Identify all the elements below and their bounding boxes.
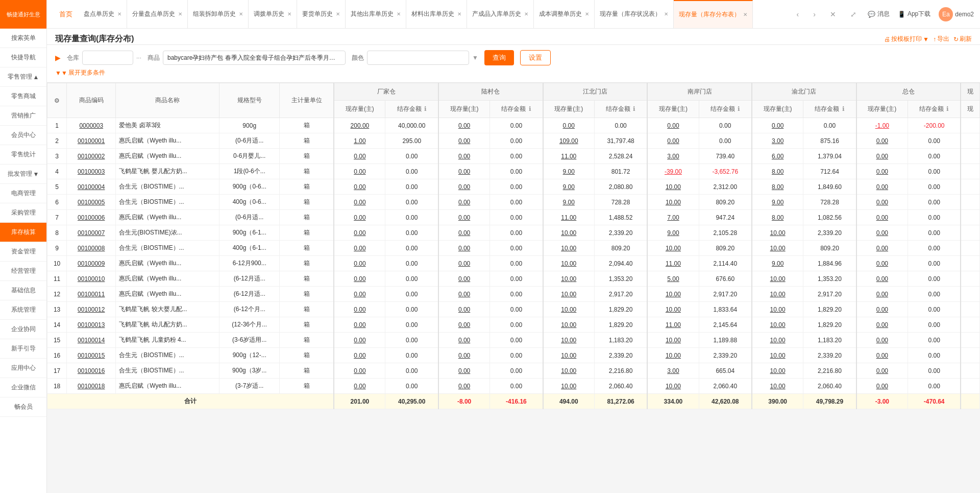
tab-close-icon[interactable]: ✕: [743, 12, 747, 17]
tab-close-icon[interactable]: ✕: [117, 11, 121, 17]
sidebar-item-guide[interactable]: 新手引导: [0, 339, 46, 359]
home-tab[interactable]: 首页: [53, 10, 79, 19]
sidebar-item-ecommerce[interactable]: 电商管理: [0, 184, 46, 203]
app-download-btn[interactable]: 📱 App下载: [898, 10, 930, 18]
sidebar-item-enterprise[interactable]: 企业协同: [0, 320, 46, 339]
sidebar-item-appcenter[interactable]: 应用中心: [0, 359, 46, 378]
sidebar-item-member2[interactable]: 畅会员: [0, 397, 46, 417]
info-icon[interactable]: ℹ: [424, 105, 427, 112]
tab-cost-adjust-history[interactable]: 成本调整单历史 ✕: [534, 0, 595, 29]
jiangbei-qty: 10.00: [543, 287, 595, 302]
nanan-qty: 5.00: [647, 271, 699, 287]
tab-assemble-history[interactable]: 组装拆卸单历史 ✕: [188, 0, 249, 29]
warehouse-input[interactable]: [82, 51, 133, 65]
tab-close-icon[interactable]: ✕: [664, 11, 668, 17]
summary-changjia-qty: 201.00: [334, 394, 385, 409]
row-index: 10: [47, 256, 67, 271]
tab-expand-btn[interactable]: ⤢: [847, 10, 860, 18]
tab-order-history[interactable]: 要货单历史 ✕: [297, 0, 346, 29]
print-btn[interactable]: 🖨 按模板打印 ▼: [884, 35, 929, 43]
sidebar-item-purchase[interactable]: 采购管理: [0, 203, 46, 223]
summary-yubei-amt: 49,798.29: [803, 394, 856, 409]
row-name: 惠氏启赋（Wyeth illu...: [116, 133, 219, 149]
jiangbei-qty: 10.00: [543, 256, 595, 271]
info-icon[interactable]: ℹ: [842, 105, 845, 112]
lucun-qty: 0.00: [438, 149, 490, 164]
sidebar-item-basic-info[interactable]: 基础信息: [0, 281, 46, 300]
tab-close-all-btn[interactable]: ✕: [827, 10, 839, 18]
jiangbei-amt: 801.72: [594, 164, 647, 179]
extra-col: [961, 379, 979, 394]
yubei-amt: 809.20: [803, 241, 856, 256]
tab-fraction-history[interactable]: 分量盘点单历史 ✕: [127, 0, 188, 29]
table-row: 15 00100014 飞鹤星飞帆 儿童奶粉 4... (3-6岁适用... 箱…: [47, 333, 980, 348]
row-unit: 箱: [280, 271, 334, 287]
tab-prev-btn[interactable]: ‹: [794, 10, 802, 18]
product-label: 商品: [148, 54, 160, 62]
sidebar-item-quicknav[interactable]: 快捷导航: [0, 48, 46, 67]
sidebar-item-search[interactable]: 搜索英单: [0, 29, 46, 48]
tab-other-out-history[interactable]: 其他出库单历史 ✕: [346, 0, 406, 29]
info-icon[interactable]: ℹ: [738, 105, 740, 112]
nanan-qty: 10.00: [647, 241, 699, 256]
expand-conditions-btn[interactable]: ▼▼ 展开更多条件: [55, 68, 972, 77]
row-code: 00100001: [67, 133, 116, 149]
sidebar-item-marketing[interactable]: 营销推广: [0, 106, 46, 126]
sidebar-item-retail-mgmt[interactable]: 零售管理 ▲: [0, 67, 46, 87]
col-extra-header: 现: [961, 83, 979, 101]
settings-icon[interactable]: ⚙: [54, 97, 60, 104]
tab-material-out-history[interactable]: 材料出库单历史 ✕: [406, 0, 467, 29]
tab-close-icon[interactable]: ✕: [239, 11, 243, 17]
tab-close-icon[interactable]: ✕: [178, 11, 182, 17]
row-index: 11: [47, 271, 67, 287]
export-btn[interactable]: ↑ 导出: [933, 35, 949, 43]
changjia-qty: 200.00: [334, 118, 385, 133]
warehouse-dots-btn[interactable]: ···: [136, 54, 141, 61]
user-menu[interactable]: Ea demo2: [939, 7, 974, 21]
sidebar-item-finance[interactable]: 资金管理: [0, 242, 46, 262]
tab-stock-status[interactable]: 现存量（库存状况表） ✕: [595, 0, 674, 29]
sidebar-item-member[interactable]: 会员中心: [0, 126, 46, 145]
tab-close-icon[interactable]: ✕: [524, 11, 528, 17]
tab-close-icon[interactable]: ✕: [585, 11, 589, 17]
col-gear[interactable]: ⚙: [47, 83, 67, 118]
row-name: 合生元（BIOSTIME）...: [116, 195, 219, 210]
tab-stock-distribution[interactable]: 现存量（库存分布表） ✕: [674, 0, 753, 29]
extra-col: [961, 256, 979, 271]
tab-close-icon[interactable]: ✕: [336, 11, 340, 17]
color-input[interactable]: [367, 51, 469, 65]
tab-inventory-history[interactable]: 盘点单历史 ✕: [79, 0, 127, 29]
tab-product-in-history[interactable]: 产成品入库单历史 ✕: [467, 0, 534, 29]
lucun-amt: 0.00: [490, 317, 543, 333]
info-icon[interactable]: ℹ: [529, 105, 531, 112]
sidebar-item-system[interactable]: 系统管理: [0, 300, 46, 320]
table-area[interactable]: ⚙ 商品编码 商品名称 规格型号 主计量单位 厂家仓 陆村仓 江北门店 南岸门店…: [47, 83, 980, 493]
sidebar-item-wxwork[interactable]: 企业微信: [0, 378, 46, 397]
sidebar-item-wholesale[interactable]: 批发管理 ▼: [0, 165, 46, 184]
filter-expand-arrow[interactable]: ▶: [55, 54, 61, 62]
info-icon[interactable]: ℹ: [633, 105, 635, 112]
nanan-amt: 0.00: [699, 133, 752, 149]
message-btn[interactable]: 💬 消息: [868, 10, 890, 18]
row-name: 飞鹤星飞帆 婴儿配方奶...: [116, 164, 219, 179]
tab-close-icon[interactable]: ✕: [287, 11, 291, 17]
row-index: 8: [47, 225, 67, 241]
tab-close-icon[interactable]: ✕: [457, 11, 461, 17]
logo[interactable]: 畅捷通好生意: [0, 0, 46, 29]
zong-amt: 0.00: [908, 379, 961, 394]
info-icon[interactable]: ℹ: [946, 105, 949, 112]
refresh-btn[interactable]: ↻ 刷新: [953, 35, 972, 43]
warehouse-zong-header: 总仓: [856, 83, 961, 101]
product-value[interactable]: babycare孕妇待产包 春季入院全套母子组合孕妇产后冬季月子用品 22件套 …: [163, 51, 346, 65]
sidebar-item-operations[interactable]: 经营管理: [0, 262, 46, 281]
query-btn[interactable]: 查询: [484, 50, 514, 65]
set-btn[interactable]: 设置: [520, 50, 551, 65]
col-code-header: 商品编码: [67, 83, 116, 118]
tab-close-icon[interactable]: ✕: [397, 11, 401, 17]
sidebar-item-retail-mall[interactable]: 零售商城: [0, 87, 46, 106]
tab-transfer-history[interactable]: 调拨单历史 ✕: [249, 0, 297, 29]
tab-next-btn[interactable]: ›: [810, 10, 819, 18]
sidebar-item-inventory[interactable]: 库存核算: [0, 223, 46, 242]
sidebar-item-retail-stats[interactable]: 零售统计: [0, 145, 46, 165]
page-header: 现存量查询(库存分布) 🖨 按模板打印 ▼ ↑ 导出 ↻ 刷新: [47, 29, 980, 45]
